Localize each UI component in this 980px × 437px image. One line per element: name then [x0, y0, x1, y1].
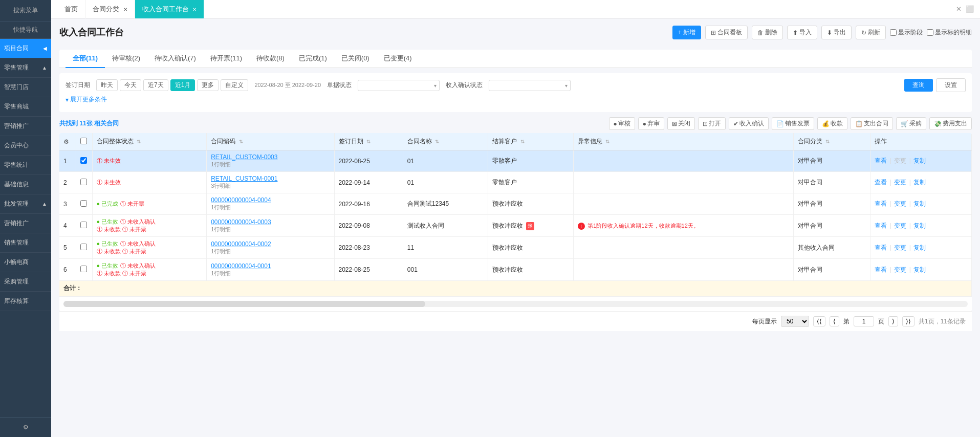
- sidebar-item-smart-store[interactable]: 智慧门店: [0, 78, 51, 97]
- status-tab-pending-confirm[interactable]: 待收入确认(7): [147, 50, 203, 68]
- status-tab-pending-review[interactable]: 待审核(2): [105, 50, 147, 68]
- page-last-btn[interactable]: ⟩⟩: [902, 316, 914, 326]
- close-window-icon[interactable]: ✕: [956, 5, 962, 13]
- payment-btn[interactable]: 💰 收款: [817, 117, 847, 130]
- contract-code-link[interactable]: 0000000000004-0001: [211, 263, 271, 270]
- op-view[interactable]: 查看: [875, 266, 887, 273]
- close-tab-contract-category[interactable]: ✕: [123, 7, 127, 12]
- open-contract-btn[interactable]: ⊡ 打开: [698, 117, 726, 130]
- op-edit[interactable]: 变更: [894, 222, 906, 229]
- sidebar-item-retail-stats[interactable]: 零售统计: [0, 156, 51, 175]
- query-button[interactable]: 查询: [904, 79, 933, 92]
- sidebar-item-wholesale-mgmt[interactable]: 批发管理 ▲: [0, 194, 51, 214]
- sidebar-item-retail-mgmt[interactable]: 零售管理 ▲: [0, 58, 51, 78]
- expense-out-btn[interactable]: 💸 费用支出: [929, 117, 972, 130]
- sidebar-item-basic-info[interactable]: 基础信息: [0, 175, 51, 194]
- contract-code-link[interactable]: RETAIL_CUSTOM-0003: [211, 154, 277, 161]
- review-btn[interactable]: ● 审核: [609, 117, 635, 130]
- income-confirm-btn[interactable]: ✔ 收入确认: [729, 117, 769, 130]
- sidebar-settings[interactable]: ⚙: [0, 417, 51, 437]
- date-btn-more[interactable]: 更多: [197, 79, 219, 91]
- sidebar-item-purchase-mgmt[interactable]: 采购管理: [0, 272, 51, 292]
- show-phase-checkbox[interactable]: [890, 29, 897, 36]
- tab-home[interactable]: 首页: [57, 0, 85, 18]
- op-view[interactable]: 查看: [875, 244, 887, 251]
- status-tab-pending-payment[interactable]: 待收款(8): [249, 50, 292, 68]
- op-copy[interactable]: 复制: [913, 157, 926, 164]
- page-prev-btn[interactable]: ⟨: [830, 316, 839, 326]
- op-edit[interactable]: 变更: [894, 244, 906, 251]
- row-select-checkbox[interactable]: [80, 222, 87, 228]
- contract-code-link[interactable]: 0000000000004-0003: [211, 218, 271, 226]
- status-filter-select[interactable]: [358, 80, 440, 91]
- op-view[interactable]: 查看: [875, 222, 887, 229]
- row-select-checkbox[interactable]: [80, 244, 87, 250]
- sidebar-item-sales-mgmt[interactable]: 销售管理: [0, 233, 51, 253]
- scroll-bar-thumb[interactable]: [63, 301, 425, 307]
- contract-code-link[interactable]: 0000000000004-0002: [211, 241, 271, 248]
- horizontal-scrollbar[interactable]: [63, 301, 968, 307]
- import-button[interactable]: ⬆ 导入: [787, 26, 817, 39]
- status-tab-closed[interactable]: 已关闭(0): [334, 50, 377, 68]
- sidebar-item-member-center[interactable]: 会员中心: [0, 136, 51, 156]
- sidebar-item-project-contract[interactable]: 项目合同 ◀: [0, 39, 51, 58]
- confirm-filter-select[interactable]: [489, 80, 571, 91]
- refresh-button[interactable]: ↻ 刷新: [856, 26, 886, 39]
- tab-contract-category[interactable]: 合同分类 ✕: [85, 0, 135, 18]
- row-select-checkbox[interactable]: [80, 200, 87, 207]
- tab-income-contract-workbench[interactable]: 收入合同工作台 ✕: [135, 0, 205, 18]
- contract-code-link[interactable]: RETAIL_CUSTOM-0001: [211, 175, 277, 182]
- op-view[interactable]: 查看: [875, 200, 887, 207]
- purchase-btn[interactable]: 🛒 采购: [896, 117, 926, 130]
- op-copy[interactable]: 复制: [913, 179, 926, 186]
- status-tab-pending-invoice[interactable]: 待开票(11): [203, 50, 249, 68]
- sales-invoice-btn[interactable]: 📄 销售发票: [772, 117, 814, 130]
- contract-code-link[interactable]: 0000000000004-0004: [211, 196, 271, 204]
- date-btn-1month[interactable]: 近1月: [170, 79, 195, 91]
- op-edit[interactable]: 变更: [894, 200, 906, 207]
- row-select-checkbox[interactable]: [80, 157, 87, 164]
- op-view[interactable]: 查看: [875, 179, 887, 186]
- sidebar-item-marketing2[interactable]: 营销推广: [0, 214, 51, 233]
- row-select-checkbox[interactable]: [80, 179, 87, 185]
- op-edit[interactable]: 变更: [894, 157, 906, 164]
- expand-more-btn[interactable]: ▾ 展开更多条件: [66, 95, 107, 104]
- export-button[interactable]: ⬇ 导出: [821, 26, 852, 39]
- op-copy[interactable]: 复制: [913, 200, 926, 207]
- abandon-review-btn[interactable]: ● 弃审: [638, 117, 664, 130]
- date-btn-7days[interactable]: 近7天: [143, 79, 168, 91]
- sidebar-item-ecommerce[interactable]: 小畅电商: [0, 253, 51, 272]
- status-tab-changed[interactable]: 已变更(4): [377, 50, 419, 68]
- row-select-checkbox[interactable]: [80, 266, 87, 272]
- op-view[interactable]: 查看: [875, 157, 887, 164]
- op-copy[interactable]: 复制: [913, 222, 926, 229]
- op-edit[interactable]: 变更: [894, 179, 906, 186]
- date-btn-today[interactable]: 今天: [120, 79, 141, 91]
- expense-contract-btn[interactable]: 📋 支出合同: [851, 117, 893, 130]
- status-tab-completed[interactable]: 已完成(1): [292, 50, 334, 68]
- page-next-btn[interactable]: ⟩: [888, 316, 898, 326]
- add-button[interactable]: + 新增: [672, 26, 701, 39]
- date-btn-yesterday[interactable]: 昨天: [96, 79, 118, 91]
- page-input[interactable]: [854, 316, 874, 326]
- sidebar-item-inventory[interactable]: 库存核算: [0, 292, 51, 311]
- set-button[interactable]: 设置: [936, 78, 966, 92]
- show-detail-checkbox[interactable]: [927, 29, 933, 36]
- date-btn-custom[interactable]: 自定义: [221, 79, 248, 91]
- close-contract-btn[interactable]: ⊠ 关闭: [667, 117, 695, 130]
- status-tab-all[interactable]: 全部(11): [66, 50, 105, 68]
- page-first-btn[interactable]: ⟨⟨: [813, 316, 825, 326]
- op-copy[interactable]: 复制: [913, 266, 926, 273]
- close-tab-income[interactable]: ✕: [192, 7, 197, 12]
- op-edit[interactable]: 变更: [894, 266, 906, 273]
- sidebar-search[interactable]: 搜索菜单: [0, 0, 51, 21]
- sidebar-item-marketing[interactable]: 营销推广: [0, 117, 51, 136]
- op-copy[interactable]: 复制: [913, 244, 926, 251]
- sidebar-nav[interactable]: 快捷导航: [0, 21, 51, 39]
- sidebar-item-retail-mall[interactable]: 零售商城: [0, 97, 51, 117]
- maximize-window-icon[interactable]: ⬜: [966, 5, 974, 13]
- delete-button[interactable]: 🗑 删除: [752, 26, 783, 39]
- per-page-select[interactable]: 50 100: [781, 316, 809, 327]
- select-all-checkbox[interactable]: [80, 138, 87, 144]
- kanban-button[interactable]: ⊞ 合同看板: [705, 26, 748, 39]
